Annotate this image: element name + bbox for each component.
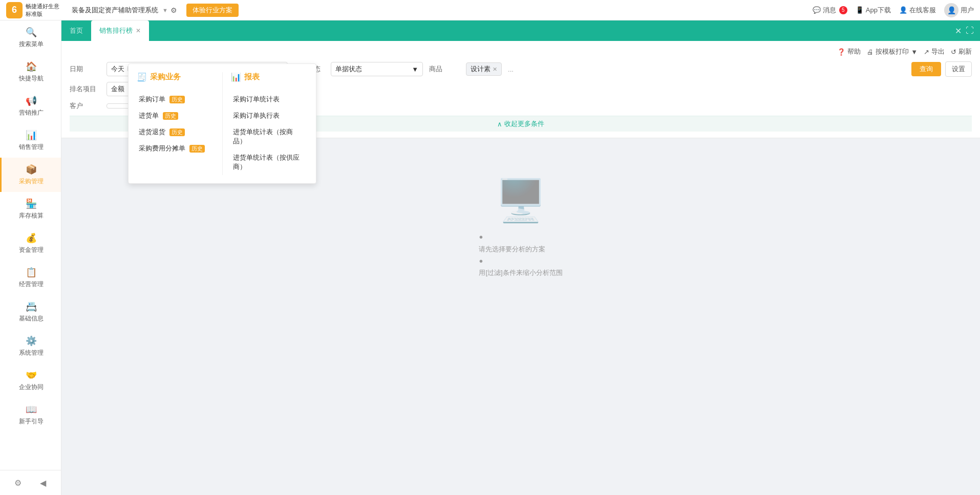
dropdown-item-order-exec[interactable]: 采购订单执行表	[231, 107, 308, 124]
sidebar-item-quicknav[interactable]: 🏠 快捷导航	[0, 55, 61, 89]
dropdown-item-purchase-order[interactable]: 采购订单 历史	[137, 91, 214, 107]
cooperation-icon: 🤝	[26, 370, 37, 381]
dropdown-purchase-col: 🧾 采购业务 采购订单 历史 进货单 历史 进货退货 历史 采购费用分摊单	[129, 72, 222, 175]
tab-home[interactable]: 首页	[61, 20, 91, 41]
purchase-order-history-badge: 历史	[169, 96, 185, 103]
tab-sales-rank-label: 销售排行榜	[99, 26, 133, 35]
sidebar-item-purchase[interactable]: 📦 采购管理	[0, 158, 61, 192]
logo-area: 6 畅捷通好生意 标准版	[6, 2, 68, 18]
report-col-title: 📊 报表	[231, 72, 308, 85]
goods-more-dots[interactable]: ...	[508, 66, 514, 73]
main-content: 首页 销售排行榜 ✕ ✕ ⛶ ❓ 帮助	[61, 20, 980, 495]
expense-label: 采购费用分摊单	[139, 144, 185, 153]
basicinfo-icon: 📇	[26, 301, 37, 312]
window-expand-icon[interactable]: ⛶	[966, 26, 974, 35]
user-area[interactable]: 👤 用户	[944, 3, 974, 17]
arrival-label: 进货单	[139, 111, 159, 120]
title-arrow-icon[interactable]: ▼	[162, 7, 168, 13]
goods-tag-close[interactable]: ✕	[493, 66, 497, 73]
sidebar-item-search[interactable]: 🔍 搜索菜单	[0, 20, 61, 55]
expense-history-badge: 历史	[189, 145, 205, 153]
tab-sales-rank[interactable]: 销售排行榜 ✕	[91, 20, 149, 41]
arrival-supplier-label: 进货单统计表（按供应商）	[233, 153, 306, 171]
sidebar-label-quicknav: 快捷导航	[19, 74, 44, 83]
sidebar-item-capital[interactable]: 💰 资金管理	[0, 226, 61, 261]
settings-icon[interactable]: ⚙	[168, 4, 180, 16]
sidebar-label-sales: 销售管理	[19, 143, 44, 152]
purchase-col-title: 🧾 采购业务	[137, 72, 214, 85]
refresh-icon: ↺	[951, 48, 956, 56]
print-arrow-icon[interactable]: ▼	[911, 48, 918, 56]
tab-bar: 首页 销售排行榜 ✕ ✕ ⛶	[61, 20, 980, 41]
export-btn[interactable]: ↗ 导出	[924, 47, 945, 56]
sidebar-label-system: 系统管理	[19, 349, 44, 357]
customer-label: 客户	[70, 101, 100, 111]
sidebar-item-inventory[interactable]: 🏪 库存核算	[0, 192, 61, 226]
message-btn[interactable]: 💬 消息 5	[813, 6, 847, 15]
arrival-goods-label: 进货单统计表（按商品）	[233, 127, 306, 146]
doc-status-select[interactable]: 单据状态 ▼	[331, 62, 423, 76]
collapse-arrow-icon: ∧	[497, 120, 502, 128]
app-download-btn[interactable]: 📱 App下载	[856, 6, 891, 15]
chevron-down-icon: ▼	[412, 66, 418, 73]
sidebar-item-guide[interactable]: 📖 新手引导	[0, 398, 61, 432]
window-close-icon[interactable]: ✕	[955, 26, 962, 36]
tab-close-icon[interactable]: ✕	[136, 27, 141, 34]
capital-icon: 💰	[26, 232, 37, 244]
sidebar-item-sales[interactable]: 📊 销售管理	[0, 123, 61, 158]
sidebar-item-cooperation[interactable]: 🤝 企业协同	[0, 363, 61, 398]
online-service-btn[interactable]: 👤 在线客服	[899, 6, 936, 15]
sidebar-item-operations[interactable]: 📋 经营管理	[0, 261, 61, 295]
layout: 🔍 搜索菜单 🏠 快捷导航 📢 营销推广 📊 销售管理 📦 采购管理 🏪 库存核…	[0, 20, 980, 495]
dropdown-report-col: 📊 报表 采购订单统计表 采购订单执行表 进货单统计表（按商品） 进货单统计表（…	[222, 72, 316, 175]
settings-btn[interactable]: 设置	[945, 61, 972, 77]
purchase-col-icon: 🧾	[137, 72, 147, 82]
tab-bar-right: ✕ ⛶	[955, 26, 980, 36]
filter-actions: 查询 设置	[911, 61, 972, 77]
collapse-label: 收起更多条件	[504, 119, 544, 128]
query-btn[interactable]: 查询	[911, 62, 941, 76]
goods-label: 商品	[429, 64, 460, 74]
help-btn[interactable]: ❓ 帮助	[837, 47, 861, 56]
message-icon: 💬	[813, 6, 821, 14]
home-icon: 🏠	[26, 61, 37, 72]
sidebar-bottom: ⚙ ◀	[0, 470, 61, 495]
dropdown-item-order-stats[interactable]: 采购订单统计表	[231, 91, 308, 107]
purchase-dropdown-menu: 🧾 采购业务 采购订单 历史 进货单 历史 进货退货 历史 采购费用分摊单	[128, 63, 316, 184]
arrival-history-badge: 历史	[163, 112, 178, 120]
goods-tag[interactable]: 设计素 ✕	[466, 62, 502, 76]
tab-home-label: 首页	[70, 26, 83, 35]
sidebar-label-guide: 新手引导	[19, 417, 44, 426]
inventory-icon: 🏪	[26, 198, 37, 209]
sidebar-collapse-btn[interactable]: ◀	[36, 476, 50, 490]
sidebar-item-basicinfo[interactable]: 📇 基础信息	[0, 295, 61, 329]
sidebar-label-operations: 经营管理	[19, 280, 44, 289]
top-bar: 6 畅捷通好生意 标准版 装备及固定资产辅助管理系统 ▼ ⚙ 体验行业方案 💬 …	[0, 0, 980, 20]
sidebar-label-capital: 资金管理	[19, 246, 44, 254]
message-badge: 5	[839, 6, 847, 14]
search-icon: 🔍	[26, 27, 37, 38]
help-icon: ❓	[837, 48, 845, 56]
sidebar-label-search: 搜索菜单	[19, 40, 44, 49]
return-label: 进货退货	[139, 127, 165, 137]
dropdown-item-return[interactable]: 进货退货 历史	[137, 124, 214, 140]
sidebar-label-cooperation: 企业协同	[19, 383, 44, 392]
dropdown-item-arrival-supplier[interactable]: 进货单统计表（按供应商）	[231, 149, 308, 175]
refresh-btn[interactable]: ↺ 刷新	[951, 47, 972, 56]
sidebar-settings-btn[interactable]: ⚙	[11, 476, 25, 490]
dropdown-item-expense[interactable]: 采购费用分摊单 历史	[137, 140, 214, 157]
empty-state-text: ● 请先选择要分析的方案 ● 用[过滤]条件来缩小分析范围	[479, 231, 562, 279]
order-exec-label: 采购订单执行表	[233, 111, 280, 120]
dropdown-item-arrival-goods[interactable]: 进货单统计表（按商品）	[231, 124, 308, 149]
date-label: 日期	[70, 64, 100, 74]
industry-btn[interactable]: 体验行业方案	[186, 4, 239, 17]
order-stats-label: 采购订单统计表	[233, 95, 280, 104]
print-btn[interactable]: 🖨 按模板打印 ▼	[867, 47, 918, 56]
system-icon: ⚙️	[26, 335, 37, 347]
sidebar-item-marketing[interactable]: 📢 营销推广	[0, 89, 61, 123]
operations-icon: 📋	[26, 267, 37, 278]
dropdown-item-arrival[interactable]: 进货单 历史	[137, 107, 214, 124]
sidebar-label-marketing: 营销推广	[19, 109, 44, 117]
sidebar-item-system[interactable]: ⚙️ 系统管理	[0, 329, 61, 363]
date-quick-today[interactable]: 今天	[111, 64, 124, 74]
